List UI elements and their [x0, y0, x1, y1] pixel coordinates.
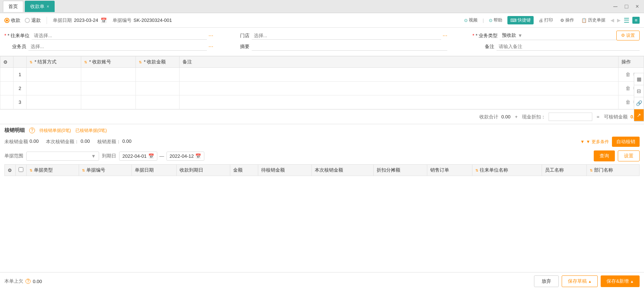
pending-tab[interactable]: 待核销单据(0笔) — [39, 128, 71, 134]
total-label: 收款合计 — [479, 114, 498, 120]
col-settings-header[interactable]: ⚙ — [0, 56, 13, 68]
sort-icon-1: ⇅ — [30, 60, 32, 64]
table-cell-jiesuan-3[interactable] — [27, 95, 81, 109]
counterpart-more-btn[interactable]: ··· — [208, 32, 213, 39]
biz-type-arrow-icon: ▼ — [518, 33, 522, 38]
table-cell-amount-1[interactable] — [136, 68, 180, 82]
table-cell-settings-1 — [0, 68, 13, 82]
bottom-col-checkbox[interactable] — [16, 165, 27, 176]
delete-icon-3[interactable]: 🗑 — [625, 98, 631, 106]
rfb-table-icon[interactable]: ▦ — [634, 73, 644, 85]
store-input[interactable] — [252, 32, 441, 40]
radio-refund[interactable]: 退款 — [25, 17, 41, 24]
delete-icon-2[interactable]: 🗑 — [625, 85, 631, 92]
date-end-input[interactable]: 2022-04-12 📅 — [166, 152, 205, 161]
table-cell-account-2[interactable] — [81, 82, 136, 95]
more-conditions-btn[interactable]: ▼ ▼ 更多条件 — [580, 139, 609, 145]
biz-type-label: * 业务类型 — [472, 32, 498, 39]
unchecked-stat: 未核销金额 0.00 — [4, 138, 39, 145]
save-new-button[interactable]: 保存&新增 ▲ — [601, 275, 640, 287]
delete-icon-1[interactable]: 🗑 — [625, 71, 631, 78]
counterpart-input[interactable] — [32, 32, 207, 40]
table-cell-num-2: 2 — [13, 82, 27, 95]
abandon-button[interactable]: 放弃 — [534, 275, 559, 287]
select-all-checkbox[interactable] — [19, 167, 23, 172]
table-cell-remark-2[interactable] — [180, 82, 619, 95]
draft-button[interactable]: 保存草稿 ▲ — [562, 275, 598, 287]
salesperson-more-btn[interactable]: ··· — [208, 43, 213, 50]
table-header-row: ⚙ ⇅ * 结算方式 ⇅ * 收款账号 ⇅ * 收款金额 — [0, 56, 644, 68]
notes-field: 备注 — [472, 43, 640, 51]
discount-input[interactable] — [549, 113, 592, 121]
footer-left: 本单上欠 ? 0.00 — [4, 278, 42, 285]
bottom-col-settings[interactable]: ⚙ — [5, 165, 16, 176]
video-btn[interactable]: ⊙ 视频 — [462, 16, 480, 24]
table-cell-remark-1[interactable] — [180, 68, 619, 82]
verify-section: 核销明细 ? 待核销单据(0笔) 已核销单据(0笔) 未核销金额 0.00 本次… — [0, 124, 644, 272]
table-cell-amount-2[interactable] — [136, 82, 180, 95]
number-field: 单据编号 SK-20230324-001 — [113, 17, 172, 24]
this-check-value: 0.00 — [80, 138, 90, 145]
summary-input[interactable] — [252, 43, 448, 51]
col-num-header — [13, 56, 27, 68]
table-row: 3 🗑 ⧉ — [0, 95, 644, 109]
help-btn[interactable]: ⊙ 帮助 — [487, 16, 504, 24]
salesperson-input[interactable] — [28, 43, 207, 51]
rfb-link-icon[interactable]: 🔗 — [634, 97, 644, 109]
operation-btn[interactable]: ⚙ 操作 — [558, 16, 576, 24]
radio-receipt-dot — [4, 18, 9, 23]
query-button[interactable]: 查询 — [594, 150, 615, 161]
auto-verify-button[interactable]: 自动核销 — [612, 137, 640, 147]
form-section: * 往来单位 ··· 门店 ··· * 业务类型 预收款 ▼ ⚙ 设置 — [0, 28, 644, 56]
calendar-icon[interactable]: 📅 — [101, 17, 107, 23]
maximize-button[interactable]: □ — [623, 3, 631, 11]
store-more-btn[interactable]: ··· — [443, 32, 447, 39]
date-label: 单据日期 — [53, 17, 72, 24]
this-check-stat: 本次核销金额： 0.00 — [46, 138, 90, 145]
set-button[interactable]: 设置 — [618, 150, 640, 161]
table-cell-account-1[interactable] — [81, 68, 136, 82]
form-row-2: 业务员 ··· 摘要 备注 — [4, 43, 640, 51]
bottom-col-counterpart: ⇅ 往来单位名称 — [472, 165, 542, 176]
table-cell-num-3: 3 — [13, 95, 27, 109]
table-cell-account-3[interactable] — [81, 95, 136, 109]
rfb-list-icon[interactable]: ⊟ — [634, 85, 644, 97]
tab-active[interactable]: 收款单 × — [25, 1, 55, 12]
biz-type-select[interactable]: 预收款 ▼ — [500, 31, 616, 40]
counterpart-label: * 往来单位 — [4, 32, 30, 39]
table-cell-remark-3[interactable] — [180, 95, 619, 109]
verify-stats: 未核销金额 0.00 本次核销金额： 0.00 核销差额： 0.00 ▼ ▼ 更… — [4, 137, 640, 147]
range-select[interactable]: ▼ — [26, 152, 99, 161]
footer-right: 放弃 保存草稿 ▲ 保存&新增 ▲ — [534, 275, 640, 287]
table-section: ⚙ ⇅ * 结算方式 ⇅ * 收款账号 ⇅ * 收款金额 — [0, 56, 644, 124]
counterpart-field: * 往来单位 ··· — [4, 32, 213, 40]
biz-type-field: * 业务类型 预收款 ▼ ⚙ 设置 — [472, 31, 640, 40]
radio-receipt[interactable]: 收款 — [4, 17, 20, 24]
table-cell-jiesuan-1[interactable] — [27, 68, 81, 82]
notes-input[interactable] — [496, 43, 640, 51]
discount-label: 现金折扣： — [522, 114, 546, 120]
col-amount-header: ⇅ * 收款金额 — [136, 56, 180, 68]
settings-button[interactable]: ⚙ 设置 — [616, 31, 640, 40]
bendan-help-icon[interactable]: ? — [25, 279, 31, 284]
tab-close-icon[interactable]: × — [47, 4, 49, 9]
notes-label: 备注 — [472, 43, 494, 50]
minimize-button[interactable]: ─ — [611, 3, 620, 11]
table-cell-jiesuan-2[interactable] — [27, 82, 81, 95]
bendan-label: 本单上欠 — [4, 278, 23, 285]
close-button[interactable]: × — [633, 3, 641, 11]
table-cell-amount-3[interactable] — [136, 95, 180, 109]
verified-tab[interactable]: 已核销单据(0笔) — [75, 128, 107, 134]
rfb-expand-icon[interactable]: ↗ — [634, 109, 644, 121]
filter-icon: ▼ — [580, 139, 585, 144]
shortcut-btn[interactable]: ⌨ 快捷键 — [507, 16, 534, 24]
print-btn[interactable]: 🖨 打印 — [537, 16, 555, 24]
range-label: 单据范围 — [4, 153, 23, 159]
bottom-table: ⚙ ⇅ 单据类型 ⇅ 单据编号 — [4, 164, 640, 176]
date-start-input[interactable]: 2022-04-01 📅 — [119, 152, 157, 161]
sort-icon-3: ⇅ — [139, 60, 142, 64]
history-btn[interactable]: 📋 历史单据 — [579, 16, 608, 24]
filter-row: 单据范围 ▼ 到期日 2022-04-01 📅 — 2022-04-12 📅 — [4, 152, 589, 161]
verify-help-icon[interactable]: ? — [29, 128, 35, 133]
tab-home[interactable]: 首页 — [3, 1, 23, 12]
